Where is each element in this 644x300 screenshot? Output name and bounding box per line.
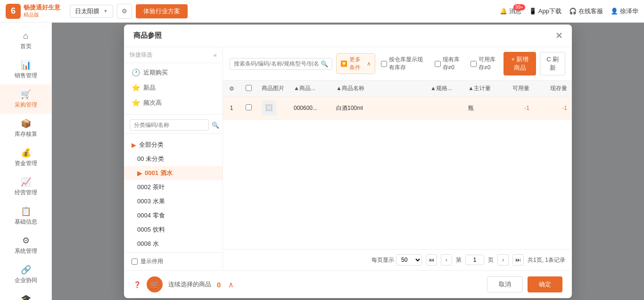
sidebar-label: 企业协同 [15, 276, 37, 284]
tree-item-0004[interactable]: 0004 零食 [124, 208, 223, 223]
finance-icon: 💰 [21, 148, 31, 158]
tree-item-0005[interactable]: 0005 饮料 [124, 223, 223, 237]
col-avail-header[interactable]: 可用量 [496, 81, 534, 97]
quick-item-freq[interactable]: ⭐ 频次高 [124, 95, 223, 110]
collapse-icon[interactable]: ∧ [228, 280, 234, 289]
refresh-button[interactable]: C 刷新 [540, 52, 565, 75]
row-unit: 瓶 [463, 97, 496, 120]
col-unit-header[interactable]: ▲主计量 [463, 81, 496, 97]
col-name-header[interactable]: ▲商品名称 [331, 81, 426, 97]
col-settings[interactable]: ⚙ [223, 81, 240, 97]
sidebar-item-basic-info[interactable]: 📋 基础信息 [0, 201, 51, 231]
content-area: 商品参照 ✕ 快捷筛选 « 🕐 近期购买 [52, 23, 644, 300]
row-code: 000600... [289, 97, 331, 120]
show-disabled-checkbox[interactable] [132, 258, 138, 265]
col-code-header[interactable]: ▲商品... [289, 81, 331, 97]
avatar: 👤 [611, 8, 618, 15]
nav-service[interactable]: 🎧 在线客服 [569, 7, 603, 16]
tree-active-arrow-icon: ▶ [137, 170, 142, 177]
sidebar-item-sales[interactable]: 📊 销售管理 [0, 55, 51, 84]
product-search-input[interactable] [234, 60, 319, 67]
tree-item-0003[interactable]: 0003 水果 [124, 194, 223, 208]
gear-button[interactable]: ⚙ [117, 4, 132, 19]
left-panel: 快捷筛选 « 🕐 近期购买 ⭐ 新品 [124, 47, 223, 270]
sidebar-item-finance[interactable]: 💰 资金管理 [0, 143, 51, 172]
warehouse-checkbox[interactable] [381, 61, 387, 67]
col-spec-header[interactable]: ▲规格... [426, 81, 463, 97]
prev-page-button[interactable]: ‹ [441, 254, 452, 266]
page-size-select: 每页显示 50 100 [372, 254, 422, 266]
row-num: 1 [223, 97, 240, 120]
search-icon[interactable]: 🔍 [212, 122, 219, 129]
category-tree: ▶ 全部分类 00 未分类 ▶ 0001 酒水 0002 茶 [124, 134, 223, 252]
sidebar-item-enterprise[interactable]: 🔗 企业协同 [0, 260, 51, 289]
logo-area: 6 畅捷通好生意 精品版 [6, 4, 60, 19]
bell-icon: 🔔 [500, 8, 507, 15]
per-page-select[interactable]: 50 100 [396, 254, 422, 266]
left-panel-header: 快捷筛选 « [124, 47, 223, 63]
sidebar-item-home[interactable]: ⌂ 首页 [0, 26, 51, 55]
sidebar-item-operations[interactable]: 📈 经营管理 [0, 172, 51, 201]
settings-icon[interactable]: ⚙ [229, 85, 234, 92]
tree-item-0002[interactable]: 0002 茶叶 [124, 180, 223, 194]
nav-user[interactable]: 👤 徐泽华 [611, 7, 638, 16]
search-icon[interactable]: 🔍 [321, 60, 328, 67]
first-page-button[interactable]: ⏮ [426, 254, 437, 266]
page-number-input[interactable] [465, 255, 484, 265]
cancel-button[interactable]: 取消 [487, 276, 523, 292]
confirm-button[interactable]: 确定 [528, 276, 562, 292]
table-row[interactable]: 1 🖼 000600... [223, 97, 572, 120]
logo-text: 畅捷通好生意 [24, 4, 60, 12]
sidebar-label: 经营管理 [15, 189, 37, 197]
collapse-left-icon[interactable]: « [214, 51, 217, 58]
message-badge: 99+ [513, 4, 525, 10]
stock-ne-check-label: 现有库存≠0 [435, 56, 464, 72]
category-search-input[interactable] [130, 119, 209, 131]
col-check [240, 81, 257, 97]
inventory-icon: 📦 [21, 118, 31, 129]
nav-dropdown[interactable]: 日太阳膜 ▼ [70, 5, 113, 18]
quick-item-new[interactable]: ⭐ 新品 [124, 80, 223, 95]
enterprise-icon: 🔗 [21, 265, 31, 275]
select-all-checkbox[interactable] [246, 85, 252, 91]
modal-close-button[interactable]: ✕ [555, 32, 562, 40]
main-layout: ⌂ 首页 📊 销售管理 🛒 采购管理 📦 库存核算 💰 资金管理 📈 经营管理 … [0, 23, 644, 300]
divider [124, 114, 223, 115]
tree-item-all[interactable]: ▶ 全部分类 [124, 138, 223, 152]
row-check[interactable] [240, 97, 257, 120]
category-search-row: 🔍 [124, 117, 223, 134]
home-icon: ⌂ [23, 31, 28, 41]
table-body: 1 🖼 000600... [223, 97, 572, 120]
sidebar-item-purchase[interactable]: 🛒 采购管理 [0, 84, 51, 114]
tree-item-0008[interactable]: 0008 水 [124, 237, 223, 251]
row-checkbox[interactable] [246, 104, 252, 110]
row-name: 白酒100ml [331, 97, 426, 120]
col-image-header: 商品图片 [257, 81, 289, 97]
col-stock-header[interactable]: 现存量 [534, 81, 572, 97]
stock-ne-checkbox[interactable] [435, 61, 441, 67]
pagination: 每页显示 50 100 ⏮ ‹ 第 页 › [223, 249, 572, 270]
tree-item-00[interactable]: 00 未分类 [124, 152, 223, 166]
sidebar-item-system[interactable]: ⚙ 系统管理 [0, 231, 51, 260]
quick-item-recent[interactable]: 🕐 近期购买 [124, 65, 223, 80]
sidebar-label: 基础信息 [15, 218, 37, 226]
operations-icon: 📈 [21, 177, 31, 187]
last-page-button[interactable]: ⏭ [512, 254, 524, 266]
avail-ne-checkbox[interactable] [471, 61, 477, 67]
sidebar-item-guide[interactable]: 🎓 新手引导 [0, 289, 51, 300]
sidebar-item-inventory[interactable]: 📦 库存核算 [0, 114, 51, 143]
more-filter-button[interactable]: 🔽 更多条件 ∧ [336, 53, 375, 74]
table-head: ⚙ 商品图片 [223, 81, 572, 97]
nav-app-download[interactable]: 📱 App下载 [529, 7, 561, 16]
try-button[interactable]: 体验行业方案 [136, 4, 188, 18]
next-page-button[interactable]: › [497, 254, 509, 266]
add-product-button[interactable]: + 新增商品 [504, 52, 536, 75]
help-icon[interactable]: ❓ [133, 281, 141, 288]
avail-ne-check-label: 可用库存≠0 [471, 56, 500, 72]
tree-item-0001[interactable]: ▶ 0001 酒水 [124, 166, 223, 180]
cart-button[interactable]: 🛒 [147, 276, 163, 292]
nav-message[interactable]: 🔔 消息 99+ [500, 7, 521, 16]
toolbar-right-buttons: + 新增商品 C 刷新 [504, 52, 565, 75]
right-panel: 🔍 🔽 更多条件 ∧ 按仓库显示现有库存 [223, 47, 572, 270]
recent-icon: 🕐 [132, 68, 140, 77]
